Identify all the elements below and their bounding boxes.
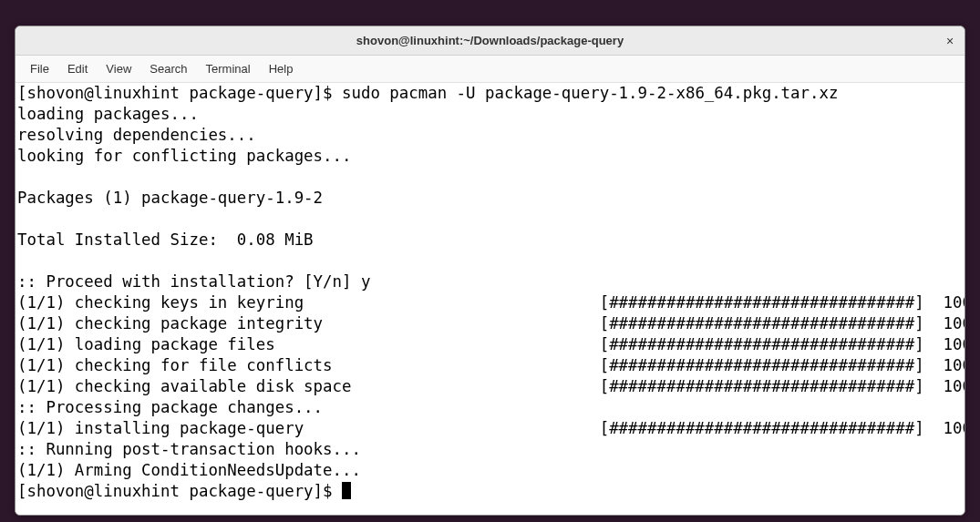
terminal-line: (1/1) checking for file conflicts [#####… [17,356,965,374]
menu-terminal[interactable]: Terminal [197,58,260,79]
menu-help[interactable]: Help [260,58,303,79]
terminal-line: (1/1) checking package integrity [######… [17,314,965,333]
terminal-line: (1/1) Arming ConditionNeedsUpdate... [17,461,361,479]
terminal-line: :: Proceed with installation? [Y/n] y [17,272,370,291]
terminal-line: Packages (1) package-query-1.9-2 [17,189,323,207]
cursor-icon [342,482,351,499]
terminal-line: (1/1) loading package files [###########… [17,335,965,353]
terminal-line: resolving dependencies... [17,126,256,144]
terminal-line: Total Installed Size: 0.08 MiB [17,230,314,249]
shell-prompt: [shovon@linuxhint package-query]$ [17,482,342,500]
menu-edit[interactable]: Edit [58,58,97,79]
menu-view[interactable]: View [97,58,140,79]
terminal-line: (1/1) checking available disk space [###… [17,377,965,395]
terminal-line: :: Processing package changes... [17,398,323,416]
close-icon[interactable]: × [943,34,957,48]
terminal-line: looking for conflicting packages... [17,147,351,165]
menu-file[interactable]: File [21,58,58,79]
terminal-line: (1/1) installing package-query [########… [17,419,965,437]
menubar: File Edit View Search Terminal Help [15,56,965,83]
window-title: shovon@linuxhint:~/Downloads/package-que… [356,34,624,47]
shell-command: sudo pacman -U package-query-1.9-2-x86_6… [342,84,838,102]
terminal-line: (1/1) checking keys in keyring [########… [17,293,965,312]
titlebar: shovon@linuxhint:~/Downloads/package-que… [15,26,965,56]
terminal-line: loading packages... [17,105,199,123]
terminal-window: shovon@linuxhint:~/Downloads/package-que… [15,26,965,516]
menu-search[interactable]: Search [140,58,196,79]
terminal-line: :: Running post-transaction hooks... [17,440,361,458]
shell-prompt: [shovon@linuxhint package-query]$ [17,84,342,102]
terminal-content[interactable]: [shovon@linuxhint package-query]$ sudo p… [15,83,965,515]
